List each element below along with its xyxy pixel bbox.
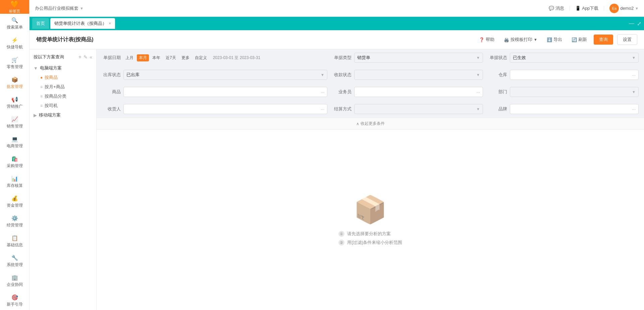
sidebar-label-sales: 销售管理	[7, 123, 23, 129]
app-download-btn[interactable]: 📱 App下载	[575, 5, 598, 11]
sidebar-item-ecom[interactable]: 💻 电商管理	[0, 133, 29, 152]
sidebar-item-purchase[interactable]: 🛍️ 采购管理	[0, 152, 29, 172]
print-icon: 🖨️	[504, 37, 509, 42]
salesperson-dots[interactable]: ···	[476, 90, 480, 95]
message-btn[interactable]: 💬 消息	[549, 5, 564, 11]
outstock-select[interactable]: 已出库 ▼	[123, 70, 327, 80]
top-bar: 办公用品行业模拟账套 ▼ 💬 消息 📱 App下载 Ea demo2 ▼	[30, 0, 644, 17]
sidebar-item-system[interactable]: 🔧 系统管理	[0, 251, 29, 271]
sidebar-item-enterprise[interactable]: 🏢 企业协同	[0, 271, 29, 291]
sidebar-item-sales[interactable]: 📈 销售管理	[0, 113, 29, 133]
purchase-icon: 🛍️	[11, 156, 18, 162]
query-button[interactable]: 查询	[594, 35, 613, 45]
doc-status-select[interactable]: 已生效 ▼	[510, 53, 639, 63]
date-btn-more[interactable]: 更多	[179, 54, 192, 61]
brand-input[interactable]: ···	[510, 104, 639, 114]
scheme-add-btn[interactable]: +	[78, 54, 82, 60]
sidebar-item-guide[interactable]: 🎯 新手引导	[0, 291, 29, 310]
product-input[interactable]: ···	[123, 87, 327, 97]
child-label-clerk: 按司机	[45, 103, 58, 109]
sidebar-item-inventory[interactable]: 📊 库存核算	[0, 172, 29, 192]
tree-child-by-category[interactable]: ≡ 按商品分类	[30, 92, 96, 101]
collapse-filter-btn[interactable]: ∧ 收起更多条件	[97, 118, 644, 129]
print-label: 按模板打印	[511, 37, 532, 43]
date-btn-lastmonth[interactable]: 上月	[123, 54, 136, 61]
tree-child-by-clerk[interactable]: ≡ 按司机	[30, 101, 96, 110]
filter-row-2: 出库状态 已出库 ▼ 收款状态 ▼	[97, 66, 644, 84]
filter-row-4: 收货人 ··· 结算方式 ▼	[97, 101, 644, 118]
payment-status-label: 收款状态	[333, 72, 352, 78]
system-icon: 🔧	[11, 255, 18, 261]
tree-child-by-month-product[interactable]: ≡ 按月+商品	[30, 82, 96, 92]
sidebar-item-basic[interactable]: 📋 基础信息	[0, 231, 29, 251]
page-header: 销货单统计计表(按商品) ❓ 帮助 🖨️ 按模板打印 ▼ ⬇️ 导出 🔄 刷	[30, 30, 644, 49]
tree-child-by-product[interactable]: ● 按商品	[30, 73, 96, 82]
retail-icon: 🛒	[11, 57, 18, 63]
sidebar-item-wholesale[interactable]: 📦 批发管理	[0, 73, 29, 93]
sidebar-label-purchase: 采购管理	[7, 163, 23, 169]
tab-minimize-btn[interactable]: —	[629, 20, 634, 27]
tree-group-mobile-label: 移动端方案	[39, 112, 61, 118]
brand-dots[interactable]: ···	[632, 107, 636, 112]
tab-close-btn[interactable]: ×	[109, 21, 111, 26]
receiver-dots[interactable]: ···	[321, 107, 324, 112]
brand-label: 品牌	[488, 106, 507, 112]
export-btn[interactable]: ⬇️ 导出	[544, 35, 565, 44]
tree-mobile-expand-icon: ▶	[34, 113, 37, 118]
sidebar-label-enterprise: 企业协同	[7, 282, 23, 288]
sidebar-item-quicknav[interactable]: ⚡ 快捷导航	[0, 34, 29, 53]
main-area: 办公用品行业模拟账套 ▼ 💬 消息 📱 App下载 Ea demo2 ▼	[30, 0, 644, 310]
salesperson-input[interactable]: ···	[354, 87, 483, 97]
date-btn-custom[interactable]: 自定义	[193, 54, 209, 61]
tab-maximize-btn[interactable]: ⤢	[637, 20, 641, 27]
filter-item-brand: 品牌 ···	[488, 104, 639, 114]
sidebar-item-operation[interactable]: ⚙️ 经营管理	[0, 212, 29, 231]
department-label: 部门	[488, 89, 507, 95]
finance-icon: 💰	[11, 195, 18, 202]
department-select[interactable]: ▼	[510, 87, 639, 97]
product-dots[interactable]: ···	[321, 90, 324, 95]
page-actions: ❓ 帮助 🖨️ 按模板打印 ▼ ⬇️ 导出 🔄 刷新 查询 设置	[476, 34, 637, 45]
sidebar-item-finance[interactable]: 💰 资金管理	[0, 192, 29, 212]
wholesale-icon: 📦	[11, 76, 18, 83]
scheme-collapse-btn[interactable]: «	[90, 54, 92, 60]
sidebar-label-inventory: 库存核算	[7, 183, 23, 189]
warehouse-input[interactable]: ···	[510, 70, 639, 80]
payment-method-select[interactable]: ▼	[354, 104, 483, 114]
tab-sales-stats[interactable]: 销货单统计计表（按商品） ×	[50, 18, 115, 29]
tree-group-pc-header[interactable]: ▼ 电脑端方案	[30, 63, 96, 73]
doc-status-value: 已生效	[513, 55, 632, 61]
refresh-btn[interactable]: 🔄 刷新	[569, 35, 590, 44]
user-profile-btn[interactable]: Ea demo2 ▼	[609, 4, 639, 13]
sidebar-label-finance: 资金管理	[7, 203, 23, 208]
date-btn-thismonth[interactable]: 本月	[137, 54, 149, 61]
tab-home-label: 首页	[36, 20, 45, 27]
date-quick-btns: 上月 本月 本年 近7天 更多 自定义	[123, 54, 209, 61]
scheme-header-actions: + ✎ «	[78, 54, 92, 60]
receiver-input[interactable]: ···	[123, 104, 327, 114]
print-btn[interactable]: 🖨️ 按模板打印 ▼	[501, 35, 540, 44]
child-icon-product: ●	[40, 75, 43, 80]
scheme-header-title: 按以下方案查询	[34, 54, 64, 60]
date-btn-thisyear[interactable]: 本年	[150, 54, 162, 61]
tab-home[interactable]: 首页	[32, 18, 49, 29]
logo[interactable]: 🧡 标签页	[0, 0, 30, 14]
payment-status-select[interactable]: ▼	[354, 70, 483, 80]
doc-type-select[interactable]: 销货单 ▼	[354, 53, 483, 63]
account-selector[interactable]: 办公用品行业模拟账套 ▼	[35, 5, 84, 11]
tip-num-1: ①	[338, 231, 344, 237]
basic-icon: 📋	[11, 235, 18, 241]
empty-tip-2: ② 用[过滤]条件来缩小分析范围	[338, 240, 402, 246]
settings-button[interactable]: 设置	[617, 34, 637, 45]
warehouse-dots[interactable]: ···	[632, 72, 636, 78]
date-btn-7days[interactable]: 近7天	[164, 54, 178, 61]
sidebar-item-search[interactable]: 🔍 搜索菜单	[0, 14, 29, 34]
sidebar-item-marketing[interactable]: 📢 营销推广	[0, 93, 29, 113]
outstock-caret: ▼	[321, 73, 324, 77]
help-btn[interactable]: ❓ 帮助	[476, 35, 497, 44]
sidebar-item-retail[interactable]: 🛒 零售管理	[0, 53, 29, 73]
filter-item-salesperson: 业务员 ···	[333, 87, 483, 97]
sidebar-label-system: 系统管理	[7, 262, 23, 268]
scheme-edit-btn[interactable]: ✎	[84, 54, 88, 60]
tree-group-mobile-header[interactable]: ▶ 移动端方案	[30, 110, 96, 120]
